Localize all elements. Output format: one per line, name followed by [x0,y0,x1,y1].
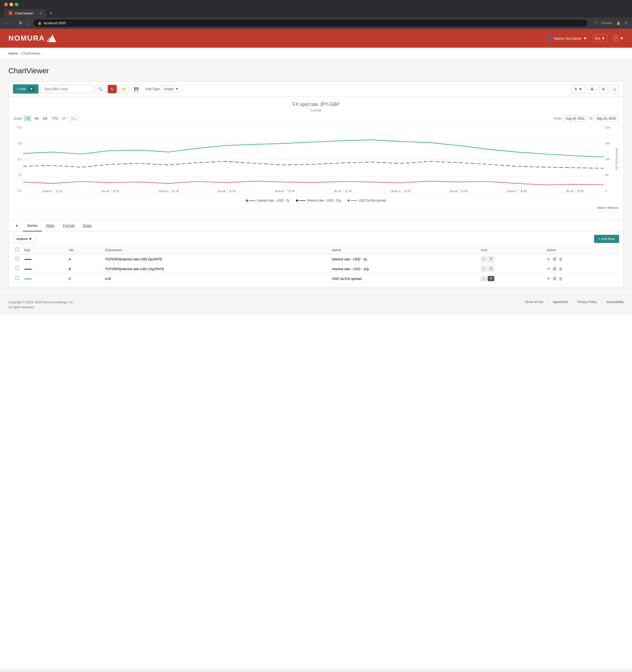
row-checkbox[interactable] [16,257,19,260]
zoom-6m[interactable]: 6M [42,116,48,121]
tab-draw[interactable]: Draw [79,220,96,231]
page-title: ChartViewer [8,67,624,75]
zoom-3m[interactable]: 3M [33,116,40,121]
plot-type-value: Graph [164,87,174,91]
axis-r-button[interactable]: R [488,266,494,271]
collapse-button[interactable]: ▼ [13,221,21,231]
series-line-preview [24,269,32,270]
row-key-cell [22,254,66,264]
reload-button[interactable]: ↻ [19,21,22,26]
header-right: 👤 Name Surname ▼ EN ▼ ? ▼ [548,35,624,42]
row-checkbox[interactable] [16,267,19,270]
eye-icon[interactable]: 👁 [547,257,551,261]
source-label: Source: [597,206,607,209]
language-selector[interactable]: EN ▼ [592,35,607,42]
svg-text:Jan '12: Jan '12 [42,190,63,193]
user-chevron-icon: ▼ [583,36,587,41]
plot-type-select[interactable]: Graph ▼ [161,85,181,93]
axis-l-button[interactable]: L [481,276,487,281]
select-all-checkbox[interactable] [16,248,19,251]
bbg-input[interactable] [41,85,93,93]
tab-stats[interactable]: Stats [42,220,59,231]
active-tab[interactable]: C ChartViewer ✕ [4,9,46,17]
axis-r-button[interactable]: R [488,276,494,281]
delete-icon[interactable]: 🗑 [559,267,563,271]
zoom-all[interactable]: ALL [69,116,78,121]
tab-bar: C ChartViewer ✕ + [0,9,632,17]
add-row-label: + Add Row [598,237,615,241]
axis-l-button[interactable]: L [481,266,487,271]
browser-chrome: C ChartViewer ✕ + ← → ↻ ◯ 🔒 localhost:30… [0,0,632,29]
copy-icon[interactable]: 🗐 [553,267,557,271]
privacy-label: Private [602,21,612,25]
app: NOMURA 👤 Name Surname ▼ EN ▼ ? ▼ Home [0,29,632,669]
save-button[interactable]: 💾 [131,85,142,93]
row-name-cell: Interest rate - USD - 2y [329,254,478,264]
footer-agreement-link[interactable]: Agreement [553,300,568,304]
user-menu[interactable]: 👤 Name Surname ▼ [548,36,587,41]
footer-privacy-link[interactable]: Privacy Policy [578,300,597,304]
folder-button[interactable]: 📁 [119,85,129,93]
download-button[interactable]: ⬇ ▼ [572,85,585,93]
footer-accessibility-link[interactable]: Accessibility [606,300,624,304]
row-expression-cell: TOTORO[Interest rate.USD.2y]:RATE [102,254,329,264]
action-icons: 👁 🗐 🗑 [547,267,616,271]
close-button[interactable] [4,3,8,6]
row-key-cell [22,274,66,284]
footer-sep-1: | [548,300,548,304]
row-expression-cell: A-B [102,274,329,284]
address-bar[interactable]: 🔒 localhost:3005 [33,20,587,27]
row-checkbox[interactable] [16,277,19,280]
copy-icon[interactable]: 🗐 [553,277,557,281]
row-checkbox-cell [13,264,22,274]
print-button[interactable]: 🖶 [587,85,597,93]
from-date[interactable]: Aug 19, 2011 [563,115,587,122]
col-var: Var [66,246,102,254]
minimize-button[interactable] [9,3,13,6]
zoom-1m[interactable]: 1M [24,116,31,121]
breadcrumb-current: ChartViewer [22,51,40,55]
maximize-button[interactable] [15,3,19,6]
glasses-icon: 🔒 [616,21,621,25]
footer-terms-link[interactable]: Terms of Use [525,300,543,304]
add-button[interactable]: + Add ▼ [13,84,39,94]
add-row-button[interactable]: + Add Row [594,235,619,243]
back-button[interactable]: ← [4,21,8,26]
eye-icon[interactable]: 👁 [547,277,551,281]
legend-label-2: USD 2s/10s spread [359,199,386,202]
series-table-wrap: Actions ▼ + Add Row Key Var Expression [9,232,623,287]
tab-close-icon[interactable]: ✕ [39,11,42,15]
eye-icon[interactable]: 👁 [547,267,551,271]
to-date[interactable]: Sep 24, 2016 [595,115,618,122]
zoom-1y[interactable]: 1Y [61,116,67,121]
axis-l-button[interactable]: L [481,257,487,262]
new-tab-button[interactable]: + [50,10,53,16]
axis-r-button[interactable]: R [488,257,494,262]
copy-icon[interactable]: 🗐 [553,257,557,261]
tab-series[interactable]: Series [23,220,42,231]
tab-format[interactable]: Format [58,220,78,231]
bookmark-button[interactable]: ◯ [26,21,30,26]
breadcrumb-home[interactable]: Home [8,51,18,55]
menu-icon[interactable]: ☰ [625,21,628,25]
svg-text:Jul '13: Jul '13 [217,190,236,193]
delete-icon[interactable]: 🗑 [559,257,563,261]
settings-button[interactable]: ⚙ [599,85,608,93]
zoom-ytd[interactable]: YTD [51,116,59,121]
chart-svg-wrap: Jan '12 Jul '12 Jan '13 Jul '13 Jan '14 … [23,125,604,193]
forward-button[interactable]: → [11,21,16,26]
reset-button[interactable]: ↻ [108,85,117,93]
actions-button[interactable]: Actions ▼ [13,235,35,243]
row-axis-cell: L R [478,264,544,274]
row-var-cell: C [66,274,102,284]
lang-label: EN [595,36,600,41]
url-display: localhost:3005 [44,21,66,25]
search-button[interactable]: 🔍 [95,85,106,93]
fullscreen-button[interactable]: ⧋ [610,85,619,93]
to-label: To [589,117,592,120]
y-axis-left: 6.44.83.21.60.0 [14,125,23,193]
series-line-preview [24,279,32,279]
delete-icon[interactable]: 🗑 [559,277,563,281]
help-menu[interactable]: ? ▼ [613,35,624,41]
col-expression: Expression [102,246,329,254]
